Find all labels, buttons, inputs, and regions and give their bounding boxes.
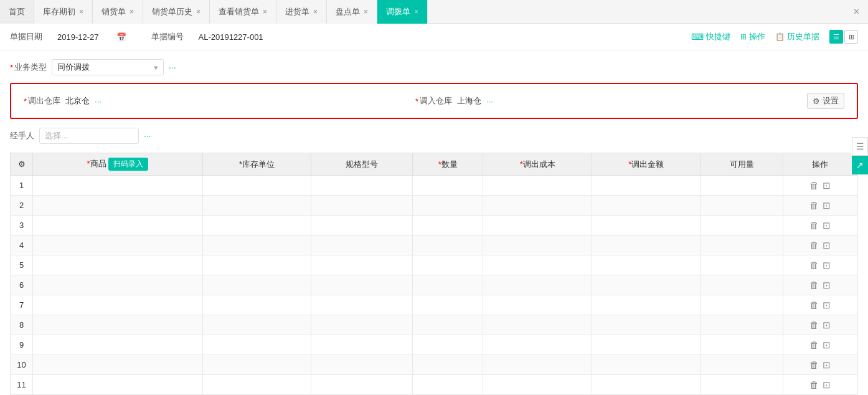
th-transfer-cost: *调出成本 [483, 153, 592, 176]
th-available: 可用量 [701, 153, 783, 176]
settings-icon: ⚙ [813, 97, 820, 106]
business-type-row: * 业务类型 同价调拨 ▾ ··· [10, 59, 858, 75]
tab-purchase-order[interactable]: 进货单 × [276, 0, 327, 24]
close-transfer-order[interactable]: × [414, 7, 418, 16]
chevron-down-icon: ▾ [154, 63, 158, 72]
tab-sales-history[interactable]: 销货单历史 × [143, 0, 210, 24]
handler-ellipsis[interactable]: ··· [144, 131, 151, 141]
table-row: 1 🗑 ⊡ [11, 176, 858, 196]
table-row: 10 🗑 ⊡ [11, 355, 858, 375]
tab-sales-order[interactable]: 销货单 × [93, 0, 143, 24]
copy-icon-2[interactable]: ⊡ [823, 200, 831, 211]
th-goods: *商品 扫码录入 [33, 153, 203, 176]
row-num-9: 9 [11, 335, 33, 355]
handler-label: 经手人 [10, 130, 34, 141]
layout-btn-1[interactable]: ☰ [829, 30, 843, 44]
copy-icon-9[interactable]: ⊡ [823, 340, 831, 351]
operations-icon: ⊞ [740, 32, 747, 41]
tab-bar: 首页 库存期初 × 销货单 × 销货单历史 × 查看销货单 × 进货单 × 盘点… [0, 0, 868, 24]
copy-icon-11[interactable]: ⊡ [823, 379, 831, 391]
copy-icon-4[interactable]: ⊡ [823, 240, 831, 251]
out-warehouse-label: 调出仓库 [28, 95, 60, 107]
shortcuts-icon: ⌨ [691, 32, 704, 42]
th-qty: *数量 [413, 153, 483, 176]
in-warehouse-ellipsis[interactable]: ··· [486, 97, 493, 106]
delete-icon-5[interactable]: 🗑 [809, 260, 819, 270]
tab-transfer-order[interactable]: 调拨单 × [377, 0, 428, 24]
scan-button[interactable]: 扫码录入 [108, 158, 148, 171]
shortcuts-button[interactable]: ⌨ 快捷键 [691, 31, 730, 42]
copy-icon-7[interactable]: ⊡ [823, 300, 831, 311]
close-sales-order[interactable]: × [130, 7, 134, 16]
handler-placeholder: 选择... [45, 130, 68, 141]
th-gear[interactable]: ⚙ [11, 153, 33, 176]
business-type-ellipsis[interactable]: ··· [169, 62, 176, 72]
close-purchase-order[interactable]: × [313, 7, 318, 16]
out-warehouse-value: 北京仓 [65, 95, 90, 107]
row-num-4: 4 [11, 236, 33, 255]
row-num-8: 8 [11, 315, 33, 335]
operations-button[interactable]: ⊞ 操作 [740, 31, 765, 42]
row-num-10: 10 [11, 355, 33, 375]
close-view-sales[interactable]: × [263, 7, 267, 16]
delete-icon-11[interactable]: 🗑 [809, 379, 819, 390]
delete-icon-1[interactable]: 🗑 [809, 180, 819, 191]
handler-row: 经手人 选择... ··· [10, 128, 858, 144]
business-type-select[interactable]: 同价调拨 ▾ [52, 59, 164, 75]
sidebar-list-icon[interactable]: ☰ [852, 137, 868, 156]
th-transfer-amount: *调出金额 [592, 153, 701, 176]
copy-icon-8[interactable]: ⊡ [823, 320, 831, 331]
in-warehouse-value: 上海仓 [457, 95, 481, 107]
delete-icon-4[interactable]: 🗑 [809, 240, 819, 250]
copy-icon-1[interactable]: ⊡ [823, 180, 831, 191]
row-num-5: 5 [11, 255, 33, 275]
right-sidebar: ☰ ↗ [852, 137, 868, 174]
tab-inventory-init[interactable]: 库存期初 × [34, 0, 93, 24]
calendar-icon[interactable]: 📅 [116, 32, 126, 42]
copy-icon-3[interactable]: ⊡ [823, 220, 831, 231]
copy-icon-10[interactable]: ⊡ [823, 359, 831, 371]
date-value: 2019-12-27 [57, 32, 99, 42]
table-row: 5 🗑 ⊡ [11, 255, 858, 275]
delete-icon-8[interactable]: 🗑 [809, 320, 819, 330]
row-num-7: 7 [11, 295, 33, 315]
close-all-tabs[interactable]: × [845, 0, 868, 24]
th-unit: *库存单位 [202, 153, 311, 176]
sidebar-export-icon[interactable]: ↗ [852, 156, 868, 174]
close-inventory-count[interactable]: × [364, 7, 368, 16]
table-row: 8 🗑 ⊡ [11, 315, 858, 335]
delete-icon-6[interactable]: 🗑 [809, 280, 819, 290]
form-body: * 业务类型 同价调拨 ▾ ··· * 调出仓库 北京仓 ··· * 调入仓库 … [0, 50, 868, 395]
row-num-6: 6 [11, 275, 33, 295]
business-type-required: * [10, 63, 13, 72]
handler-select[interactable]: 选择... [39, 128, 139, 144]
tab-home[interactable]: 首页 [0, 0, 34, 24]
copy-icon-6[interactable]: ⊡ [823, 280, 831, 291]
close-inventory-init[interactable]: × [79, 7, 83, 16]
in-warehouse-field: * 调入仓库 上海仓 ··· [415, 95, 807, 107]
form-header: 单据日期 2019-12-27 📅 单据编号 AL-20191227-001 ⌨… [0, 24, 868, 50]
table-row: 3 🗑 ⊡ [11, 216, 858, 236]
tab-view-sales[interactable]: 查看销货单 × [210, 0, 276, 24]
layout-btn-2[interactable]: ⊞ [844, 30, 858, 44]
copy-icon-5[interactable]: ⊡ [823, 260, 831, 271]
table-container: ⚙ *商品 扫码录入 *库存单位 规格型号 *数量 *调出成本 *调出金额 可用… [10, 153, 858, 395]
delete-icon-10[interactable]: 🗑 [809, 359, 819, 370]
out-warehouse-field: * 调出仓库 北京仓 ··· [24, 95, 415, 107]
out-warehouse-ellipsis[interactable]: ··· [95, 97, 101, 106]
delete-icon-3[interactable]: 🗑 [809, 220, 819, 231]
doc-no-label: 单据编号 [151, 31, 184, 42]
close-sales-history[interactable]: × [196, 7, 200, 16]
table-row: 2 🗑 ⊡ [11, 196, 858, 216]
settings-button[interactable]: ⚙ 设置 [807, 93, 844, 109]
tab-inventory-count[interactable]: 盘点单 × [327, 0, 377, 24]
row-num-3: 3 [11, 216, 33, 236]
in-warehouse-label: 调入仓库 [420, 95, 452, 107]
row-num-1: 1 [11, 176, 33, 196]
delete-icon-9[interactable]: 🗑 [809, 340, 819, 350]
delete-icon-7[interactable]: 🗑 [809, 300, 819, 310]
transfer-table: ⚙ *商品 扫码录入 *库存单位 规格型号 *数量 *调出成本 *调出金额 可用… [10, 153, 858, 395]
delete-icon-2[interactable]: 🗑 [809, 200, 819, 211]
table-row: 11 🗑 ⊡ [11, 375, 858, 395]
history-button[interactable]: 📋 历史单据 [775, 31, 819, 42]
